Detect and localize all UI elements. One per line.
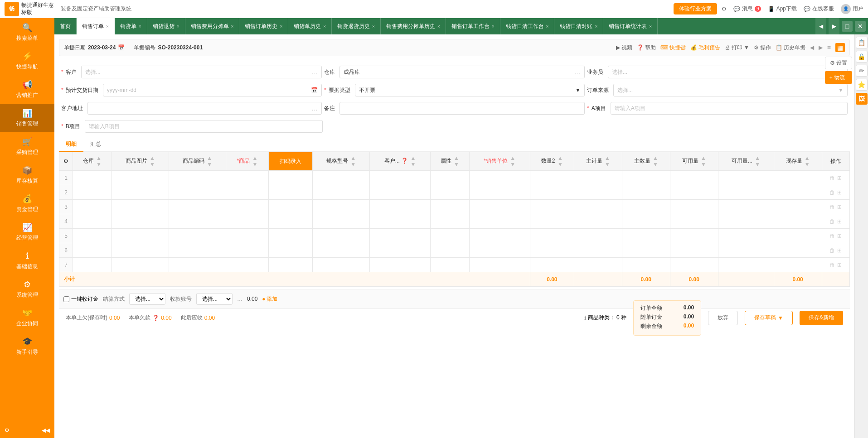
- sidebar-item-sales[interactable]: 📊 销售管理: [0, 104, 54, 132]
- row-5-available2[interactable]: [718, 229, 774, 243]
- note-input[interactable]: [339, 102, 585, 115]
- row-6-delete[interactable]: 🗑: [829, 247, 835, 254]
- sidebar-item-purchase[interactable]: 🛒 采购管理: [0, 132, 54, 161]
- row-5-main-qty[interactable]: [622, 229, 670, 243]
- sidebar-item-marketing[interactable]: 📢 营销推广: [0, 75, 54, 104]
- save-new-button[interactable]: 保存&新增: [800, 311, 843, 325]
- message-button[interactable]: 💬 消息 9: [733, 5, 761, 13]
- order-source-input[interactable]: 选择... ▼: [613, 84, 848, 96]
- row-3-customer-code[interactable]: [370, 200, 431, 214]
- row-1-available[interactable]: [670, 171, 718, 185]
- row-4-warehouse[interactable]: [73, 214, 112, 229]
- unit-sort[interactable]: ▲▼: [510, 155, 515, 168]
- row-3-product[interactable]: [226, 200, 268, 214]
- row-5-scan[interactable]: [268, 229, 312, 243]
- current-stock-sort[interactable]: ▲▼: [805, 155, 810, 168]
- attr-sort[interactable]: ▲▼: [454, 155, 459, 168]
- product-sort[interactable]: ▲▼: [252, 155, 258, 168]
- customer-more-btn[interactable]: …: [311, 68, 318, 76]
- row-3-delete[interactable]: 🗑: [829, 204, 835, 210]
- row-4-attr[interactable]: [431, 214, 470, 229]
- row-6-copy[interactable]: ⊞: [837, 247, 842, 254]
- row-5-qty2[interactable]: [530, 229, 574, 243]
- sidebar-item-inventory[interactable]: 📦 库存核算: [0, 161, 54, 189]
- row-2-main-unit[interactable]: [574, 185, 622, 200]
- row-5-delete[interactable]: 🗑: [829, 233, 835, 239]
- row-6-main-qty[interactable]: [622, 243, 670, 258]
- tab-cash-daily-workbench[interactable]: 钱货日清工作台 ×: [500, 18, 555, 34]
- trial-button[interactable]: 体验行业方案: [674, 3, 717, 14]
- list-view-btn[interactable]: ≡: [827, 44, 831, 51]
- row-6-available[interactable]: [670, 243, 718, 258]
- tab-next-button[interactable]: ▶: [829, 18, 839, 34]
- history-btn[interactable]: 📋 历史单据: [776, 44, 805, 52]
- row-5-warehouse[interactable]: [73, 229, 112, 243]
- add-payment-btn[interactable]: ● 添加: [262, 295, 277, 303]
- online-service-button[interactable]: 💬 在线客服: [804, 5, 834, 13]
- sidebar-item-system[interactable]: ⚙ 系统管理: [0, 275, 54, 303]
- tab-sales-receipt[interactable]: 销货单 ×: [115, 18, 147, 34]
- row-2-customer-code[interactable]: [370, 185, 431, 200]
- row-6-unit[interactable]: [469, 243, 530, 258]
- a-project-input[interactable]: 请输入A项目: [611, 102, 848, 115]
- row-4-available2[interactable]: [718, 214, 774, 229]
- row-1-main-unit[interactable]: [574, 171, 622, 185]
- row-5-product[interactable]: [226, 229, 268, 243]
- row-3-attr[interactable]: [431, 200, 470, 214]
- warehouse-more-btn[interactable]: …: [574, 68, 581, 76]
- tab-cash-reconciliation[interactable]: 钱货日清对账 ×: [554, 18, 603, 34]
- row-4-scan[interactable]: [268, 214, 312, 229]
- salesperson-input[interactable]: 选择... …: [608, 66, 848, 78]
- row-5-image[interactable]: [112, 229, 169, 243]
- row-4-code[interactable]: [169, 214, 226, 229]
- row-7-warehouse[interactable]: [73, 258, 112, 272]
- sidebar-item-operations[interactable]: 📈 经营管理: [0, 218, 54, 246]
- row-3-spec[interactable]: [312, 200, 369, 214]
- sidebar-item-finance[interactable]: 💰 资金管理: [0, 189, 54, 218]
- payment-method-select[interactable]: 选择...: [129, 293, 165, 305]
- row-5-spec[interactable]: [312, 229, 369, 243]
- right-icon-lock[interactable]: 🔒: [856, 51, 868, 63]
- tab-prev-button[interactable]: ◀: [815, 18, 826, 34]
- save-draft-dropdown-icon[interactable]: ▼: [778, 315, 783, 321]
- row-2-available2[interactable]: [718, 185, 774, 200]
- row-5-copy[interactable]: ⊞: [837, 233, 842, 239]
- row-3-scan[interactable]: [268, 200, 312, 214]
- row-1-available2[interactable]: [718, 171, 774, 185]
- customer-address-input[interactable]: …: [87, 102, 322, 115]
- receipt-no-select[interactable]: 选择...: [196, 293, 233, 305]
- row-7-main-unit[interactable]: [574, 258, 622, 272]
- row-5-current-stock[interactable]: [774, 229, 822, 243]
- spec-sort[interactable]: ▲▼: [350, 155, 356, 168]
- sidebar-collapse-btn[interactable]: ◀◀: [42, 427, 50, 433]
- row-3-copy[interactable]: ⊞: [837, 204, 842, 210]
- row-4-unit[interactable]: [469, 214, 530, 229]
- save-draft-button[interactable]: 保存草稿 ▼: [745, 311, 793, 325]
- tab-close-sales-return[interactable]: ×: [177, 24, 179, 29]
- tab-close-sales-order[interactable]: ×: [106, 24, 109, 29]
- tab-sales-statistics[interactable]: 销售订单统计表 ×: [603, 18, 658, 34]
- main-qty-sort[interactable]: ▲▼: [653, 155, 658, 168]
- settings-float-button[interactable]: ⚙ 设置: [825, 57, 852, 69]
- customer-address-more-btn[interactable]: …: [311, 105, 318, 112]
- row-5-available[interactable]: [670, 229, 718, 243]
- profit-btn[interactable]: 💰 毛利预告: [690, 44, 720, 52]
- row-1-warehouse[interactable]: [73, 171, 112, 185]
- tab-sales-order[interactable]: 销售订单 ×: [77, 18, 115, 34]
- row-2-spec[interactable]: [312, 185, 369, 200]
- row-3-code[interactable]: [169, 200, 226, 214]
- row-5-main-unit[interactable]: [574, 229, 622, 243]
- row-1-delete[interactable]: 🗑: [829, 175, 835, 181]
- row-7-image[interactable]: [112, 258, 169, 272]
- sidebar-item-enterprise[interactable]: 🤝 企业协同: [0, 303, 54, 332]
- right-icon-edit[interactable]: ✏: [856, 65, 868, 77]
- row-2-qty2[interactable]: [530, 185, 574, 200]
- tab-close-sales-order-history[interactable]: ×: [280, 24, 282, 29]
- row-7-delete[interactable]: 🗑: [829, 262, 835, 268]
- row-6-main-unit[interactable]: [574, 243, 622, 258]
- tab-summary[interactable]: 汇总: [83, 138, 108, 152]
- row-2-attr[interactable]: [431, 185, 470, 200]
- row-2-available[interactable]: [670, 185, 718, 200]
- row-3-available[interactable]: [670, 200, 718, 214]
- row-3-main-qty[interactable]: [622, 200, 670, 214]
